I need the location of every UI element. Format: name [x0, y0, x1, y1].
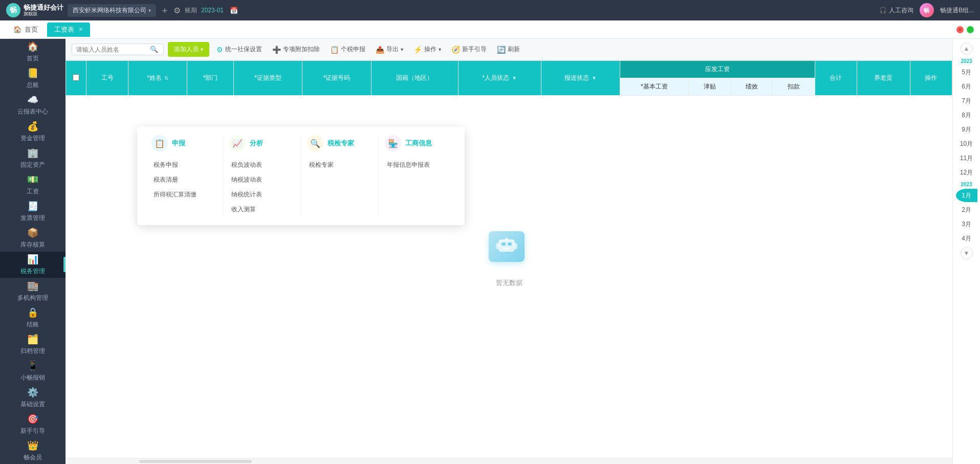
sidebar-label-salary: 工资	[27, 187, 39, 196]
name-sort-icon[interactable]: ⇅	[164, 75, 168, 81]
sidebar-item-cloud-report[interactable]: ☁️ 云报表中心	[0, 92, 66, 119]
biz-info-cat-icon: 🏪	[385, 135, 401, 151]
sidebar: 🏠 首页 📒 总账 ☁️ 云报表中心 💰 资金管理 🏢 固定资产 💵 工资 🧾 …	[0, 39, 66, 464]
cal-month-4[interactable]: 4月	[956, 232, 977, 245]
cal-month-11[interactable]: 11月	[956, 151, 977, 165]
cal-month-6[interactable]: 6月	[956, 80, 977, 93]
sidebar-label-fund: 资金管理	[20, 134, 45, 143]
refresh-button[interactable]: 🔄 刷新	[494, 43, 523, 56]
tax-declare-label: 个税申报	[341, 45, 365, 54]
scroll-thumb[interactable]	[139, 460, 252, 463]
company-selector[interactable]: 西安虾米网络科技有限公司 ▾	[68, 4, 156, 17]
sidebar-item-home[interactable]: 🏠 首页	[0, 39, 66, 65]
sidebar-item-archive[interactable]: 🗂️ 归档管理	[0, 331, 66, 358]
sidebar-item-salary[interactable]: 💵 工资	[0, 172, 66, 198]
tab-salary-label: 工资表	[54, 25, 74, 34]
empty-icon	[489, 231, 530, 272]
dd-item-income-calc[interactable]: 收入测算	[229, 202, 294, 217]
sidebar-label-org: 多机构管理	[17, 294, 48, 302]
cal-year-label-prev: 2023	[961, 58, 972, 64]
select-all-checkbox[interactable]	[73, 74, 79, 81]
dropdown-menu: 📋 申报 税务申报 税表清册 所得税汇算清缴 📈 分析 税负波动表	[137, 127, 465, 225]
cal-month-3[interactable]: 3月	[956, 217, 977, 231]
horizontal-scrollbar[interactable]	[66, 458, 952, 464]
window-maximize-button[interactable]: □	[967, 26, 974, 33]
operation-label: 操作	[424, 45, 437, 54]
settings-icon[interactable]: ⚙	[173, 6, 181, 15]
customer-service-button[interactable]: 🎧 人工咨询	[879, 6, 913, 15]
app-version: 旗舰版	[24, 11, 63, 17]
cal-year-2023-current: 2023 1月 2月 3月 4月	[953, 180, 980, 246]
sidebar-item-fund[interactable]: 💰 资金管理	[0, 119, 66, 145]
th-cert-type: *证据类型	[233, 61, 302, 96]
sidebar-item-invoice[interactable]: 🧾 发票管理	[0, 198, 66, 225]
calendar-icon[interactable]: 📅	[230, 7, 238, 14]
cal-month-12[interactable]: 12月	[956, 166, 977, 179]
tax-declare-button[interactable]: 📋 个税申报	[327, 43, 368, 56]
sidebar-item-multi-org[interactable]: 🏬 多机构管理	[0, 278, 66, 304]
analysis-cat-icon: 📈	[229, 135, 246, 151]
add-company-button[interactable]: ＋	[160, 4, 169, 16]
svg-rect-2	[508, 242, 512, 246]
cal-month-10[interactable]: 10月	[956, 137, 977, 150]
tab-home[interactable]: 🏠 首页	[6, 23, 45, 37]
cal-year-2023-prev: 2023 5月 6月 7月 8月 9月 10月 11月 12月	[953, 56, 980, 180]
window-close-button[interactable]: ✕	[956, 26, 964, 33]
closing-icon: 🔒	[27, 307, 38, 318]
tab-salary[interactable]: 工资表 ✕	[47, 23, 90, 37]
cal-month-7[interactable]: 7月	[956, 94, 977, 107]
dd-item-tax-burden[interactable]: 税负波动表	[229, 158, 294, 172]
sidebar-item-fixed-asset[interactable]: 🏢 固定资产	[0, 145, 66, 172]
th-emp-id: 工号	[86, 61, 128, 96]
sidebar-item-vip[interactable]: 👑 畅会员	[0, 437, 66, 464]
report-filter-icon[interactable]: ▼	[592, 75, 597, 81]
cal-month-8[interactable]: 8月	[956, 108, 977, 122]
empty-illustration	[489, 231, 525, 262]
dd-item-income-tax[interactable]: 所得税汇算清缴	[151, 187, 216, 202]
dd-category-biz-info: 🏪 工商信息	[385, 135, 450, 151]
sidebar-item-ledger[interactable]: 📒 总账	[0, 65, 66, 92]
operation-icon: ⚡	[413, 46, 422, 54]
dd-item-tax-stat[interactable]: 纳税统计表	[229, 187, 294, 202]
top-bar: 畅 畅捷通好会计 旗舰版 西安虾米网络科技有限公司 ▾ ＋ ⚙ 账期 2023-…	[0, 0, 980, 20]
sidebar-label-invoice: 发票管理	[20, 214, 45, 223]
th-checkbox[interactable]	[66, 61, 86, 96]
dd-col-analysis: 📈 分析 税负波动表 纳税波动表 纳税统计表 收入测算	[223, 135, 301, 217]
dd-item-tax-declare[interactable]: 税务申报	[151, 158, 216, 172]
cal-up-button[interactable]: ▲	[961, 42, 973, 55]
dd-item-annual-report[interactable]: 年报信息申报表	[385, 158, 450, 172]
social-setting-button[interactable]: ⚙ 统一社保设置	[213, 43, 265, 56]
cal-month-2[interactable]: 2月	[956, 203, 977, 216]
sidebar-label-xiaochang: 小畅报销	[20, 373, 45, 382]
user-name[interactable]: 畅捷通B组...	[940, 6, 974, 15]
export-button[interactable]: 📤 导出 ▾	[373, 43, 406, 56]
tax-expert-cat-icon: 🔍	[307, 135, 323, 151]
sidebar-item-settings[interactable]: ⚙️ 基础设置	[0, 384, 66, 411]
dd-col-declare: 📋 申报 税务申报 税表清册 所得税汇算清缴	[145, 135, 223, 217]
cal-down-button[interactable]: ▼	[961, 247, 973, 259]
sidebar-item-guide[interactable]: 🎯 新手引导	[0, 411, 66, 437]
sidebar-label-archive: 归档管理	[20, 347, 45, 356]
tab-close-icon[interactable]: ✕	[78, 26, 83, 33]
sidebar-item-closing[interactable]: 🔒 结账	[0, 304, 66, 331]
cal-month-1[interactable]: 1月	[956, 189, 977, 202]
home-icon: 🏠	[13, 26, 21, 33]
th-pension: 养老贡	[857, 61, 910, 96]
guide-button[interactable]: 🧭 新手引导	[448, 43, 490, 56]
special-deduct-button[interactable]: ➕ 专项附加扣除	[269, 43, 323, 56]
svg-rect-4	[505, 238, 508, 240]
search-input[interactable]	[76, 46, 148, 53]
sidebar-item-xiaochang[interactable]: 📱 小畅报销	[0, 358, 66, 384]
sidebar-item-tax[interactable]: 📊 税务管理	[0, 252, 66, 278]
dd-item-tax-expert[interactable]: 税检专家	[307, 158, 372, 172]
sidebar-item-inventory[interactable]: 📦 库存核算	[0, 225, 66, 252]
cal-month-5[interactable]: 5月	[956, 65, 977, 79]
dd-item-tax-table[interactable]: 税表清册	[151, 172, 216, 187]
dd-item-tax-wave[interactable]: 纳税波动表	[229, 172, 294, 187]
status-filter-icon[interactable]: ▼	[512, 75, 517, 81]
cal-month-9[interactable]: 9月	[956, 123, 977, 136]
vip-icon: 👑	[27, 440, 38, 451]
add-person-button[interactable]: 添加人员 ▾	[168, 42, 209, 57]
operation-button[interactable]: ⚡ 操作 ▾	[410, 43, 444, 56]
invoice-icon: 🧾	[27, 201, 38, 212]
